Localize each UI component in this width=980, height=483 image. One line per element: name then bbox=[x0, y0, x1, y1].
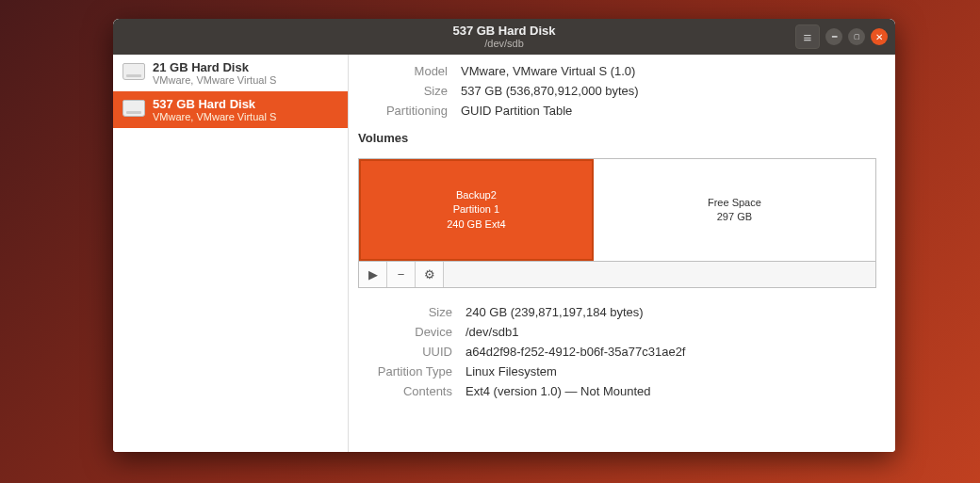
value-device: /dev/sdb1 bbox=[466, 325, 876, 339]
gear-icon: ⚙ bbox=[424, 267, 435, 282]
app-menu-button[interactable]: ≡ bbox=[795, 24, 820, 49]
disk-item-desc: VMware, VMware Virtual S bbox=[153, 74, 276, 86]
app-window: 537 GB Hard Disk /dev/sdb ≡ ━ ▢ ✕ 21 GB … bbox=[113, 19, 895, 452]
hard-disk-icon bbox=[122, 63, 145, 80]
volume-title: Free Space bbox=[708, 196, 761, 210]
volumes-panel: Backup2Partition 1240 GB Ext4Free Space2… bbox=[358, 153, 876, 294]
disk-item-text: 537 GB Hard DiskVMware, VMware Virtual S bbox=[153, 97, 276, 122]
label-size: Size bbox=[358, 84, 448, 98]
disk-item-name: 21 GB Hard Disk bbox=[153, 60, 276, 74]
volume-segment-1[interactable]: Free Space297 GB bbox=[594, 159, 875, 261]
disk-item-0[interactable]: 21 GB Hard DiskVMware, VMware Virtual S bbox=[113, 55, 348, 91]
label-model: Model bbox=[358, 64, 448, 78]
window-body: 21 GB Hard DiskVMware, VMware Virtual S5… bbox=[113, 55, 895, 452]
volume-toolbar: ▶ − ⚙ bbox=[358, 262, 876, 288]
minus-icon: − bbox=[398, 267, 405, 282]
value-ptype: Linux Filesystem bbox=[466, 364, 876, 378]
window-close-button[interactable]: ✕ bbox=[871, 28, 888, 45]
value-part-size: 240 GB (239,871,197,184 bytes) bbox=[466, 305, 876, 319]
volume-sub1: Partition 1 bbox=[453, 202, 500, 217]
disk-info: Model VMware, VMware Virtual S (1.0) Siz… bbox=[358, 64, 876, 118]
volume-title: Backup2 bbox=[456, 188, 497, 202]
partition-info: Size 240 GB (239,871,197,184 bytes) Devi… bbox=[358, 305, 876, 398]
hard-disk-icon bbox=[122, 100, 145, 117]
window-subtitle: /dev/sdb bbox=[113, 38, 895, 49]
volume-sub2: 240 GB Ext4 bbox=[447, 217, 505, 232]
label-partitioning: Partitioning bbox=[358, 104, 448, 118]
disk-sidebar: 21 GB Hard DiskVMware, VMware Virtual S5… bbox=[113, 55, 349, 452]
label-device: Device bbox=[358, 325, 452, 339]
value-model: VMware, VMware Virtual S (1.0) bbox=[461, 64, 876, 78]
maximize-icon: ▢ bbox=[854, 33, 860, 40]
delete-partition-button[interactable]: − bbox=[387, 262, 416, 287]
toolbar-filler bbox=[444, 262, 875, 287]
mount-button[interactable]: ▶ bbox=[359, 262, 387, 287]
volume-sub1: 297 GB bbox=[717, 210, 752, 224]
titlebar: 537 GB Hard Disk /dev/sdb ≡ ━ ▢ ✕ bbox=[113, 19, 895, 55]
volumes-heading: Volumes bbox=[358, 131, 876, 145]
disk-item-name: 537 GB Hard Disk bbox=[153, 97, 276, 111]
label-part-size: Size bbox=[358, 305, 452, 319]
partition-options-button[interactable]: ⚙ bbox=[416, 262, 444, 287]
titlebar-text: 537 GB Hard Disk /dev/sdb bbox=[113, 24, 895, 49]
window-title: 537 GB Hard Disk bbox=[113, 24, 895, 38]
minimize-icon: ━ bbox=[832, 32, 837, 41]
disk-item-text: 21 GB Hard DiskVMware, VMware Virtual S bbox=[153, 60, 276, 86]
volume-segment-0[interactable]: Backup2Partition 1240 GB Ext4 bbox=[359, 159, 594, 261]
play-icon: ▶ bbox=[368, 267, 378, 282]
value-uuid: a64d2f98-f252-4912-b06f-35a77c31ae2f bbox=[466, 345, 876, 359]
close-icon: ✕ bbox=[875, 32, 883, 42]
value-contents: Ext4 (version 1.0) — Not Mounted bbox=[466, 384, 876, 398]
value-size: 537 GB (536,870,912,000 bytes) bbox=[461, 84, 876, 98]
value-partitioning: GUID Partition Table bbox=[461, 104, 876, 118]
main-pane: Model VMware, VMware Virtual S (1.0) Siz… bbox=[349, 55, 895, 452]
titlebar-controls: ≡ ━ ▢ ✕ bbox=[795, 24, 895, 49]
window-maximize-button[interactable]: ▢ bbox=[848, 28, 865, 45]
volume-bar: Backup2Partition 1240 GB Ext4Free Space2… bbox=[358, 158, 876, 262]
window-minimize-button[interactable]: ━ bbox=[825, 28, 842, 45]
disk-item-desc: VMware, VMware Virtual S bbox=[153, 111, 276, 122]
label-uuid: UUID bbox=[358, 345, 452, 359]
label-contents: Contents bbox=[358, 384, 452, 398]
label-ptype: Partition Type bbox=[358, 364, 452, 378]
menu-icon: ≡ bbox=[804, 29, 812, 45]
disk-item-1[interactable]: 537 GB Hard DiskVMware, VMware Virtual S bbox=[113, 91, 348, 128]
